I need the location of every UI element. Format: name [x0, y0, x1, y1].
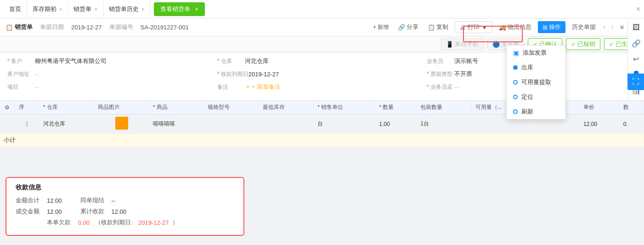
ticket-type-value: 不开票 — [454, 70, 472, 78]
tab-sales-history-close[interactable]: × — [141, 6, 144, 12]
address-field: 客户地址 -- — [7, 70, 217, 78]
same-order-label: 同单现结 — [80, 196, 108, 205]
tab-sales-order-close[interactable]: × — [94, 6, 97, 12]
total-label: 金额合计 — [16, 196, 43, 205]
doc-icon: 📋 — [6, 24, 13, 31]
row-num-cell: 1 — [15, 114, 39, 134]
right-sidebar: 🖼 🔗 ↩ 👤 📊 ⛶ — [627, 18, 644, 99]
cancelled-icon: ✓ — [571, 41, 576, 48]
tab-inventory-init[interactable]: 库存期初 × — [27, 0, 68, 18]
project-label: 项目 — [7, 83, 35, 91]
warehouse-field: 仓库 河北仓库 — [217, 57, 427, 65]
deal-amount-item: 成交金额 12.00 — [16, 207, 62, 216]
remark-field: 备注 ＋ + 添加备注 — [217, 83, 427, 91]
row-unit-cell: 台 — [314, 114, 375, 134]
col-pack-qty: 包装数量 — [417, 101, 471, 114]
operate-icon: ⊞ — [542, 24, 548, 31]
row-settings-cell — [0, 114, 15, 134]
row-product-cell: 嘻嘻嘻嘻 — [149, 114, 203, 134]
copy-button[interactable]: 📋 复制 — [425, 22, 451, 32]
due-date: 2019-12-27 — [138, 219, 169, 226]
operate-button[interactable]: ⊞ 操作 — [538, 21, 565, 33]
tab-bar: 首页 库存期初 × 销货单 × 销货单历史 × 查看销货单 × × — [0, 0, 644, 18]
deal-amount-value: 12.00 — [47, 208, 62, 215]
row-img-cell — [94, 114, 149, 134]
nav-next[interactable]: › — [610, 22, 615, 32]
outbound-dot — [513, 65, 518, 70]
payment-date-value: 2019-12-27 — [249, 71, 279, 78]
dropdown-refresh[interactable]: 刷新 — [507, 104, 565, 119]
logistics-button[interactable]: 🚚 物流信息 — [496, 22, 534, 32]
warehouse-value: 河北仓库 — [245, 57, 269, 65]
dropdown-avail-extract[interactable]: 可用量提取 — [507, 75, 565, 90]
due-note: （收款到期日: — [95, 218, 133, 227]
sidebar-expand-btn[interactable]: ⛶ — [627, 74, 644, 90]
col-warehouse: * 仓库 — [39, 101, 94, 114]
due-item: 本单欠款 0.00 （收款到期日: 2019-12-27 ） — [47, 218, 178, 227]
ticket-type-label: 票据类型 — [427, 70, 454, 78]
cumulative-item: 累计收款 12.00 — [80, 207, 127, 216]
from-phone-button[interactable]: 📱 来自手机 — [441, 38, 484, 50]
col-price: 单价 — [580, 101, 619, 114]
locate-dot — [513, 95, 518, 99]
tab-inventory-init-close[interactable]: × — [59, 6, 62, 12]
col-amount: 数 — [619, 101, 644, 114]
sidebar-undo-btn[interactable]: ↩ — [629, 51, 644, 66]
cumulative-value: 12.00 — [112, 208, 127, 215]
new-button[interactable]: + 新增 — [370, 23, 391, 32]
doc-actions: + 新增 🔗 分享 📋 复制 🖨 打印 ▼ 🚚 物流信息 ⊞ 操作 历史单据 ‹ — [370, 21, 638, 33]
customer-value: 柳州粤港平安气体有限公司 — [35, 57, 107, 65]
refresh-dot — [513, 109, 518, 114]
row-price-cell: 12.00 — [580, 114, 619, 134]
tab-view-sales-close[interactable]: × — [195, 6, 198, 12]
staff-label: 业务员 — [427, 57, 454, 65]
payment-row-1: 金额合计 12.00 同单现结 -- — [16, 196, 234, 205]
tab-sales-history[interactable]: 销货单历史 × — [103, 0, 150, 18]
print-icon: 🖨 — [460, 24, 466, 31]
add-remark-icon: ＋ — [245, 83, 251, 91]
row-pack-qty-cell: 1台 — [417, 114, 471, 134]
row-warehouse-cell: 河北仓库 — [39, 114, 94, 134]
nav-prev[interactable]: ‹ — [602, 22, 606, 32]
staff-value: 演示账号 — [454, 57, 478, 65]
share-button[interactable]: 🔗 分享 — [395, 22, 421, 32]
tab-sales-order[interactable]: 销货单 × — [68, 0, 103, 18]
col-num: 序 — [15, 101, 39, 114]
tab-home[interactable]: 首页 — [4, 0, 27, 18]
cancelled-button[interactable]: ✓ 已核销 — [566, 38, 600, 50]
subtotal-cell: 小计 — [0, 134, 644, 147]
total-amount-item: 金额合计 12.00 — [16, 196, 62, 205]
sidebar-link-btn[interactable]: 🔗 — [629, 36, 644, 51]
dropdown-outbound[interactable]: 出库 — [507, 60, 565, 75]
remark-label: 备注 — [217, 83, 245, 91]
row-qty-cell: 1.00 — [375, 114, 417, 134]
col-settings[interactable]: ⚙ — [0, 101, 15, 114]
staff2-label: 业务员孟 — [427, 83, 454, 91]
window-close[interactable]: × — [636, 5, 640, 13]
history-button[interactable]: 历史单据 — [569, 22, 599, 32]
warehouse-label: 仓库 — [217, 57, 245, 65]
cumulative-label: 累计收款 — [80, 207, 108, 216]
print-button[interactable]: 🖨 打印 ▼ — [455, 21, 492, 33]
share-icon: 🔗 — [398, 24, 405, 31]
doc-title: 📋 销货单 — [6, 23, 33, 31]
add-invoice-icon: ▣ — [513, 49, 519, 57]
payment-date-field: 收款到期日 2019-12-27 — [217, 70, 427, 78]
view-single[interactable]: ≡ — [618, 23, 626, 32]
deal-amount-label: 成交金额 — [16, 207, 43, 216]
add-remark-button[interactable]: ＋ + 添加备注 — [245, 83, 281, 91]
doc-header: 📋 销货单 单据日期 2019-12-27 单据编号 SA-20191227-0… — [0, 18, 644, 36]
customer-field: 客户 柳州粤港平安气体有限公司 — [7, 57, 217, 65]
dropdown-locate[interactable]: 定位 — [507, 90, 565, 104]
dropdown-add-invoice[interactable]: ▣ 添加发票 — [507, 46, 565, 60]
customer-label: 客户 — [7, 57, 35, 65]
due-end: ） — [172, 218, 178, 227]
due-value: 0.00 — [78, 219, 90, 226]
sidebar-img-btn[interactable]: 🖼 — [629, 20, 644, 35]
tab-view-sales[interactable]: 查看销货单 × — [154, 2, 205, 16]
col-img: 商品图片 — [94, 101, 149, 114]
staff2-value: -- — [454, 84, 458, 91]
ticket-icon: 🔵 — [492, 41, 500, 48]
project-field: 项目 -- — [7, 83, 217, 91]
logistics-icon: 🚚 — [499, 24, 506, 31]
